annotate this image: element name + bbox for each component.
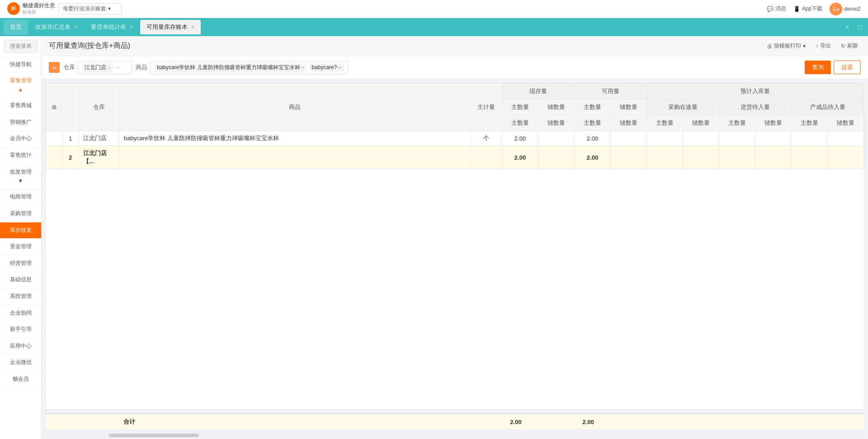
chevron-down-icon: ▾ (108, 5, 111, 12)
th-stock-aux2: 辅数量 (538, 115, 575, 131)
app-icon: 📱 (793, 6, 800, 12)
export-icon: ↑ (816, 43, 818, 49)
th-stock-main: 主数量 (502, 99, 538, 115)
app-download-action[interactable]: 📱 App下载 (793, 5, 822, 13)
row1-prod-main (792, 131, 828, 146)
row1-warehouse: 江北门店 (79, 131, 119, 146)
tab-receipt-summary[interactable]: 收发存汇总表 × (29, 20, 84, 34)
sidebar-item-basic-info[interactable]: 基础信息 (0, 272, 41, 288)
sidebar-item-system[interactable]: 系统管理 (0, 288, 41, 305)
row1-no: 1 (62, 131, 79, 146)
sidebar-item-vip[interactable]: 畅会员 (0, 371, 41, 388)
sidebar-item-inventory[interactable]: 库存核算 (0, 222, 41, 239)
sidebar-item-retail-mgmt[interactable]: 零售管理 ▲ (0, 72, 41, 97)
scrollbar-thumb[interactable] (108, 434, 199, 437)
print-chevron: ▾ (803, 43, 806, 49)
footer-stock-main: 2.00 (498, 419, 534, 425)
tab-available-stock[interactable]: 可用量库存账本 × (140, 20, 201, 34)
industry-selector[interactable]: 母婴行业演示账套 ▾ (59, 3, 122, 14)
th-main-unit: 主计量 (471, 84, 502, 131)
export-btn[interactable]: ↑ 导出 (813, 41, 834, 51)
sidebar-item-app-center[interactable]: 应用中心 (0, 338, 41, 355)
tab-home-label: 首页 (10, 23, 22, 31)
sidebar-item-retail-stats[interactable]: 零售统计 (0, 147, 41, 164)
warehouse-input[interactable]: 江北门店 × ··· (78, 61, 132, 74)
th-forecast-inbound: 预计入库量 (647, 84, 864, 99)
sidebar-item-retail-mall[interactable]: 零售商城 (0, 98, 41, 114)
operations-label: 经营管理 (10, 260, 32, 267)
sidebar-item-operations[interactable]: 经营管理 (0, 255, 41, 272)
retail-mall-label: 零售商城 (10, 102, 32, 109)
tab-home[interactable]: 首页 (4, 20, 28, 34)
new-guide-label: 新手引导 (10, 326, 32, 333)
sidebar-item-purchase[interactable]: 采购管理 (0, 206, 41, 222)
sidebar-item-enterprise-wechat[interactable]: 企业微信 (0, 354, 41, 371)
query-btn[interactable]: 查询 (805, 61, 831, 74)
sub-avail-aux (611, 146, 647, 169)
username-label: demo2 (844, 6, 861, 12)
sub-warehouse: 江北门店【... (79, 146, 119, 169)
vip-label: 畅会员 (13, 376, 29, 383)
tab-order-close[interactable]: × (130, 24, 133, 30)
th-stock-main2: 主数量 (502, 115, 538, 131)
th-settings[interactable]: ⚙ (46, 84, 62, 131)
data-table-container: ⚙ 仓库 商品 主计量 现存量 可用量 预计入库量 主数量 辅数量 主数量 (45, 83, 864, 410)
th-purchase-aux: 辅数量 (683, 115, 719, 131)
tab-order-stats[interactable]: 要货单统计表 × (85, 20, 139, 34)
footer-avail-main: 2.00 (570, 419, 606, 425)
warehouse-tag: 江北门店 × (82, 63, 113, 72)
sidebar-item-finance[interactable]: 资金管理 (0, 239, 41, 255)
ecommerce-label: 电商管理 (10, 194, 32, 201)
purchase-label: 采购管理 (10, 210, 32, 217)
logo-text-area: 畅捷通好生意 标准版 (23, 2, 55, 15)
filter-toggle-btn[interactable]: » (49, 62, 60, 73)
warehouse-tag-close[interactable]: × (108, 65, 110, 70)
sidebar-item-wholesale[interactable]: 批发管理 ▼ (0, 164, 41, 189)
th-avail-main: 主数量 (575, 99, 611, 115)
th-purchase-in-transit: 采购在途量 (647, 99, 719, 115)
logo-text: 畅捷通好生意 (23, 2, 55, 9)
refresh-icon: ↻ (841, 43, 845, 49)
user-profile[interactable]: Ea demo2 (830, 3, 861, 15)
logo-sub: 标准版 (23, 9, 55, 15)
sidebar-item-ecommerce[interactable]: 电商管理 (0, 189, 41, 206)
sidebar-item-enterprise-collab[interactable]: 企业协同 (0, 305, 41, 322)
th-current-stock: 现存量 (502, 84, 575, 99)
print-btn[interactable]: 🖨 按模板打印 ▾ (764, 41, 808, 51)
refresh-btn[interactable]: ↻ 刷新 (838, 41, 861, 51)
product-tag1-close[interactable]: × (302, 65, 304, 70)
print-icon: 🖨 (767, 43, 772, 49)
close-window-btn[interactable]: × (843, 23, 852, 32)
sidebar-item-marketing[interactable]: 营销推广 (0, 114, 41, 131)
page-actions: 🖨 按模板打印 ▾ ↑ 导出 ↻ 刷新 (764, 41, 861, 51)
top-bar-right: 💬 消息 📱 App下载 Ea demo2 (767, 3, 861, 15)
row1-purchase-main (647, 131, 683, 146)
product-tag1-text: babycare学饮杯 儿童防摔防撞吸管杯重力球吸嘴杯宝宝水杯 (157, 64, 300, 71)
subtotal-row: 2 江北门店【... 2.00 2.00 (46, 146, 864, 169)
top-bar: 好 畅捷通好生意 标准版 母婴行业演示账套 ▾ 💬 消息 📱 App下载 Ea … (0, 0, 868, 18)
inventory-label: 库存核算 (10, 227, 32, 234)
product-tag2-text: babycare?··· (311, 64, 341, 71)
retail-mgmt-label: 零售管理 (10, 77, 32, 85)
sub-inbound-main (719, 146, 755, 169)
tab-receipt-close[interactable]: × (74, 24, 77, 30)
sidebar-item-member[interactable]: 会员中心 (0, 131, 41, 147)
product-input[interactable]: babycare学饮杯 儿童防摔防撞吸管杯重力球吸嘴杯宝宝水杯 × babyca… (150, 61, 348, 74)
maximize-window-btn[interactable]: □ (855, 23, 864, 32)
sidebar-quick-nav[interactable]: 快捷导航 (0, 57, 41, 72)
message-icon: 💬 (767, 6, 774, 12)
sidebar-item-new-guide[interactable]: 新手引导 (0, 321, 41, 338)
message-label: 消息 (775, 5, 786, 13)
page-header: 可用量查询(按仓库+商品) 🖨 按模板打印 ▾ ↑ 导出 ↻ 刷新 (42, 36, 868, 56)
search-menu-btn[interactable]: 搜索菜单 (4, 40, 38, 53)
message-action[interactable]: 💬 消息 (767, 5, 786, 13)
tab-available-close[interactable]: × (191, 24, 194, 30)
table-footer: 合计 2.00 2.00 (45, 413, 864, 430)
refresh-label: 刷新 (847, 42, 858, 50)
enterprise-collab-label: 企业协同 (10, 310, 32, 317)
settings-btn[interactable]: 设置 (834, 61, 861, 74)
warehouse-tag-text: 江北门店 (85, 64, 106, 71)
product-label: 商品 (136, 63, 147, 71)
horizontal-scrollbar[interactable] (45, 434, 864, 437)
sidebar-group-retail: 零售管理 ▲ (0, 72, 41, 98)
